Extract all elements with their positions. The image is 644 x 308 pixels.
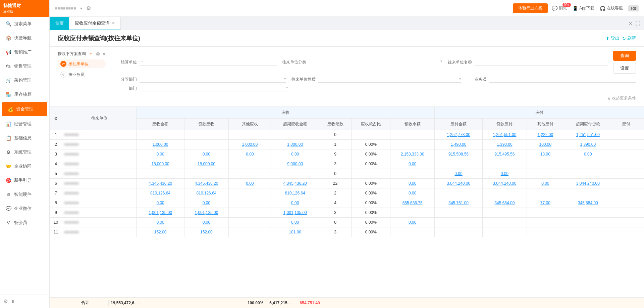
cell-prepaid_balance[interactable]: 0.00 xyxy=(390,179,435,188)
solution-button[interactable]: 体验行业方案 xyxy=(513,3,548,13)
settlement-unit-input[interactable]: ··· xyxy=(140,59,277,64)
cell-overdue_receivable[interactable]: 1,001,135.00 xyxy=(271,208,319,218)
cell-receivable_loan[interactable]: 1,001,135.00 xyxy=(184,208,229,218)
cell-receivable_count[interactable]: 3 xyxy=(319,208,352,218)
salesperson-input[interactable]: ··· xyxy=(489,76,636,81)
cell-overdue_receivable[interactable]: 101.00 xyxy=(271,227,319,237)
cell-overdue_receivable[interactable]: 4,345,436.20 xyxy=(271,179,319,188)
cell-receivable_amount[interactable]: 0.00 xyxy=(137,218,184,227)
message-section[interactable]: 💬 消息 99+ xyxy=(552,5,567,11)
cell-receivable_loan[interactable]: 18,000.00 xyxy=(184,159,229,169)
cell-overdue_receivable[interactable]: 0.00 xyxy=(271,149,319,159)
cell-receivable_count[interactable]: 1 xyxy=(319,140,352,149)
cell-receivable_ratio[interactable]: 0.00% xyxy=(352,140,390,149)
settings-gear-icon[interactable]: ⚙ xyxy=(3,298,8,305)
cell-overdue_payable[interactable]: 0.00 xyxy=(564,149,612,159)
cell-prepaid_balance[interactable]: 0.00 xyxy=(390,218,435,227)
cell-receivable_loan[interactable]: 810,126.64 xyxy=(184,188,229,198)
cell-payable_amount[interactable]: 1,252,773.00 xyxy=(435,130,483,140)
cell-overdue_receivable[interactable]: 1,000.00 xyxy=(271,140,319,149)
cell-overdue_payable[interactable]: 1,251,551.00 xyxy=(564,130,612,140)
tab-home[interactable]: 首页 xyxy=(50,17,69,30)
export-button[interactable]: ⬆ 导出 xyxy=(606,35,620,41)
cell-receivable_ratio[interactable]: 0.00% xyxy=(352,218,390,227)
cell-overdue_payable[interactable]: 3,044,240.00 xyxy=(564,179,612,188)
cell-receivable_loan[interactable]: 0.00 xyxy=(184,218,229,227)
cell-payable_amount[interactable]: 915,508.56 xyxy=(435,149,483,159)
setting-button[interactable]: 设置 xyxy=(613,63,636,74)
cell-receivable_ratio[interactable]: 0.00% xyxy=(352,198,390,208)
cell-other_receivable[interactable]: 0.00 xyxy=(228,179,271,188)
app-download-section[interactable]: 📱 App下载 xyxy=(572,5,594,11)
cell-receivable_ratio[interactable]: 0.00% xyxy=(352,159,390,169)
sidebar-item-新手引导[interactable]: 🎯 新手引导 xyxy=(0,173,49,187)
collapse-icon[interactable]: ⏸ xyxy=(11,299,15,304)
cell-prepaid_balance[interactable]: 0.00 xyxy=(390,159,435,169)
cell-receivable_loan[interactable]: 0.00 xyxy=(184,198,229,208)
cell-receivable_amount[interactable]: 1,000.00 xyxy=(137,140,184,149)
cell-receivable_count[interactable]: 0 xyxy=(319,169,352,179)
refresh-button[interactable]: ↻ 刷新 xyxy=(622,35,636,41)
add-filter-icon[interactable]: ＋ xyxy=(89,51,93,57)
cell-receivable_amount[interactable]: 18,000.00 xyxy=(137,159,184,169)
filter-target-icon[interactable]: ◎ xyxy=(96,51,100,56)
cell-receivable_count[interactable]: 2 xyxy=(319,188,352,198)
cell-payable_amount[interactable]: 0.00 xyxy=(435,169,483,179)
cell-payable_loan[interactable]: 915,495.56 xyxy=(482,149,527,159)
sidebar-item-智能硬件[interactable]: 🖥 智能硬件 xyxy=(0,187,49,202)
cell-receivable_amount[interactable]: 0.00 xyxy=(137,198,184,208)
cell-other_payable[interactable]: 77.00 xyxy=(527,198,564,208)
cell-other_payable[interactable]: 1,222.00 xyxy=(527,130,564,140)
cell-payable_amount[interactable]: 1,490.00 xyxy=(435,140,483,149)
cell-payable_loan[interactable]: 345,684.00 xyxy=(482,198,527,208)
sidebar-item-营销推广[interactable]: 📢 营销推广 xyxy=(0,45,49,59)
cell-receivable_count[interactable]: 0 xyxy=(319,218,352,227)
filter-option-partner[interactable]: W 按往来单位 xyxy=(58,59,106,68)
partner-name-input[interactable] xyxy=(475,59,608,65)
sidebar-item-库存核算[interactable]: 🏪 库存核算 xyxy=(0,87,49,101)
cell-overdue_receivable[interactable]: 810,126.64 xyxy=(271,188,319,198)
cell-receivable_amount[interactable]: 4,345,436.20 xyxy=(137,179,184,188)
cell-receivable_count[interactable]: 0 xyxy=(319,130,352,140)
tab-close-icon[interactable]: ✕ xyxy=(112,21,115,26)
cell-other_payable[interactable]: 0.00 xyxy=(527,179,564,188)
sidebar-item-采购管理[interactable]: 🛒 采购管理 xyxy=(0,73,49,87)
cell-prepaid_balance[interactable]: 655,636.75 xyxy=(390,198,435,208)
sidebar-item-资金管理[interactable]: 💰 资金管理 xyxy=(2,102,47,116)
cell-receivable_ratio[interactable]: 0.00% xyxy=(352,179,390,188)
cell-receivable_loan[interactable]: 152.00 xyxy=(184,227,229,237)
filter-option-salesperson[interactable]: ⊙ 按业务员 xyxy=(58,70,106,79)
cell-receivable_count[interactable]: 22 xyxy=(319,179,352,188)
cell-receivable_ratio[interactable]: 0.00% xyxy=(352,149,390,159)
tab-maximize-icon[interactable]: ✕ xyxy=(629,21,633,26)
cell-prepaid_balance[interactable]: 0.00 xyxy=(390,188,435,198)
collapse-button[interactable]: ∧ 收起更多条件 xyxy=(607,94,636,102)
cell-payable_loan[interactable]: 1,390.00 xyxy=(482,140,527,149)
sidebar-item-企业微信[interactable]: 💬 企业微信 xyxy=(0,202,49,216)
sidebar-item-快捷导航[interactable]: 🏠 快捷导航 xyxy=(0,31,49,45)
topbar-gear-icon[interactable]: ⚙ xyxy=(86,5,91,11)
topbar-chevron-icon[interactable]: ▾ xyxy=(80,6,82,11)
tab-receivable[interactable]: 应收应付余额查询 ✕ xyxy=(69,17,121,30)
cell-payable_loan[interactable]: 3,044,240.00 xyxy=(482,179,527,188)
query-button[interactable]: 查询 xyxy=(613,51,636,61)
cell-receivable_ratio[interactable]: 0.00% xyxy=(352,188,390,198)
cell-receivable_loan[interactable]: 0.00 xyxy=(184,149,229,159)
cell-overdue_receivable[interactable]: 9,000.00 xyxy=(271,159,319,169)
cell-prepaid_balance[interactable]: 2,153,333.00 xyxy=(390,149,435,159)
tab-fullscreen-icon[interactable]: ⛶ xyxy=(635,21,640,26)
cell-receivable_amount[interactable]: 0.00 xyxy=(137,149,184,159)
sidebar-item-系统管理[interactable]: ⚙ 系统管理 xyxy=(0,145,49,159)
online-service-section[interactable]: 🎧 在线客服 xyxy=(600,5,623,11)
cell-receivable_amount[interactable]: 810,126.64 xyxy=(137,188,184,198)
cell-other_receivable[interactable]: 0.00 xyxy=(228,149,271,159)
cell-receivable_count[interactable]: 3 xyxy=(319,227,352,237)
user-name[interactable]: Rit xyxy=(628,5,639,11)
cell-receivable_count[interactable]: 3 xyxy=(319,159,352,169)
cell-payable_loan[interactable]: 0.00 xyxy=(482,169,527,179)
filter-collapse-icon[interactable]: « xyxy=(103,51,105,56)
cell-receivable_amount[interactable]: 1,001,135.00 xyxy=(137,208,184,218)
cell-overdue_receivable[interactable]: 0.00 xyxy=(271,198,319,208)
cell-payable_amount[interactable]: 3,044,240.00 xyxy=(435,179,483,188)
cell-payable_loan[interactable]: 1,251,551.00 xyxy=(482,130,527,140)
